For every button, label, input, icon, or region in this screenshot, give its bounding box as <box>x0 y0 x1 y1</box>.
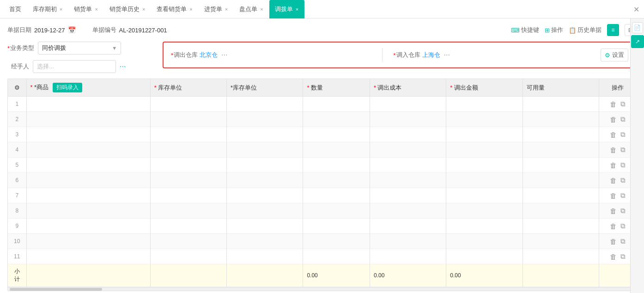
row-qty-1[interactable] <box>303 97 370 112</box>
row-cost-2[interactable] <box>370 112 446 127</box>
row-spec-7[interactable] <box>227 188 303 203</box>
row-unit-7[interactable] <box>150 188 226 203</box>
delete-icon-3[interactable]: 🗑 <box>610 131 617 139</box>
row-cost-4[interactable] <box>370 142 446 158</box>
row-spec-2[interactable] <box>227 112 303 127</box>
delete-icon-4[interactable]: 🗑 <box>610 146 617 154</box>
row-amount-1[interactable] <box>446 97 522 112</box>
row-spec-1[interactable] <box>227 97 303 112</box>
delete-icon-7[interactable]: 🗑 <box>610 192 617 200</box>
tab-transfer-order[interactable]: 调拨单 × <box>269 0 304 18</box>
tab-inventory-init-close[interactable]: × <box>60 6 62 12</box>
row-qty-4[interactable] <box>303 142 370 158</box>
row-product-3[interactable] <box>26 127 150 142</box>
row-cost-1[interactable] <box>370 97 446 112</box>
row-qty-10[interactable] <box>303 234 370 249</box>
scan-button[interactable]: 扫码录入 <box>53 83 82 92</box>
row-unit-10[interactable] <box>150 234 226 249</box>
scroll-thumb[interactable] <box>10 288 102 291</box>
settings-button[interactable]: ⚙ 设置 <box>601 49 628 61</box>
right-expand-button[interactable]: ↗ <box>631 35 644 48</box>
row-unit-1[interactable] <box>150 97 226 112</box>
tab-sales-order-close[interactable]: × <box>95 6 97 12</box>
handler-more-icon[interactable]: ··· <box>120 62 126 71</box>
row-qty-3[interactable] <box>303 127 370 142</box>
row-amount-6[interactable] <box>446 173 522 188</box>
row-cost-3[interactable] <box>370 127 446 142</box>
business-type-dropdown[interactable]: 同价调拨 ▼ <box>38 42 121 55</box>
row-available-2[interactable] <box>522 112 599 127</box>
copy-icon-4[interactable]: ⧉ <box>620 146 626 154</box>
right-notes-button[interactable]: 📄 <box>632 22 643 33</box>
row-amount-9[interactable] <box>446 219 522 234</box>
copy-icon-11[interactable]: ⧉ <box>620 252 626 261</box>
row-amount-7[interactable] <box>446 188 522 203</box>
warehouse-in-more-icon[interactable]: ··· <box>444 51 450 59</box>
row-spec-9[interactable] <box>227 219 303 234</box>
row-cost-11[interactable] <box>370 249 446 264</box>
row-cost-6[interactable] <box>370 173 446 188</box>
view-mode-list-button[interactable]: ≡ <box>607 24 619 36</box>
row-amount-5[interactable] <box>446 158 522 173</box>
row-spec-3[interactable] <box>227 127 303 142</box>
row-unit-6[interactable] <box>150 173 226 188</box>
warehouse-out-value[interactable]: 北京仓 <box>200 51 218 59</box>
copy-icon-6[interactable]: ⧉ <box>620 176 626 184</box>
delete-icon-10[interactable]: 🗑 <box>610 238 617 245</box>
horizontal-scrollbar[interactable] <box>8 287 636 291</box>
delete-icon-9[interactable]: 🗑 <box>610 222 617 230</box>
warehouse-in-value[interactable]: 上海仓 <box>422 51 440 59</box>
row-product-6[interactable] <box>26 173 150 188</box>
tab-inventory-check[interactable]: 盘点单 × <box>234 0 269 18</box>
delete-icon-11[interactable]: 🗑 <box>610 253 617 261</box>
delete-icon-5[interactable]: 🗑 <box>610 161 617 169</box>
row-amount-2[interactable] <box>446 112 522 127</box>
copy-icon-10[interactable]: ⧉ <box>620 237 626 245</box>
row-available-6[interactable] <box>522 173 599 188</box>
calendar-icon[interactable]: 📅 <box>68 26 76 34</box>
row-qty-8[interactable] <box>303 203 370 219</box>
row-qty-11[interactable] <box>303 249 370 264</box>
copy-icon-5[interactable]: ⧉ <box>620 161 626 169</box>
row-available-10[interactable] <box>522 234 599 249</box>
row-available-9[interactable] <box>522 219 599 234</box>
row-cost-7[interactable] <box>370 188 446 203</box>
col-settings-header[interactable]: ⚙ <box>8 79 26 97</box>
row-available-5[interactable] <box>522 158 599 173</box>
delete-icon-6[interactable]: 🗑 <box>610 177 617 184</box>
row-amount-3[interactable] <box>446 127 522 142</box>
row-unit-4[interactable] <box>150 142 226 158</box>
row-available-4[interactable] <box>522 142 599 158</box>
tab-view-sales-close[interactable]: × <box>189 6 192 12</box>
row-amount-4[interactable] <box>446 142 522 158</box>
operations-button[interactable]: ⊞ 操作 <box>545 26 563 34</box>
row-qty-9[interactable] <box>303 219 370 234</box>
row-available-3[interactable] <box>522 127 599 142</box>
copy-icon-8[interactable]: ⧉ <box>620 207 626 215</box>
row-cost-8[interactable] <box>370 203 446 219</box>
row-unit-11[interactable] <box>150 249 226 264</box>
delete-icon-1[interactable]: 🗑 <box>610 100 617 108</box>
tab-inventory-check-close[interactable]: × <box>260 6 263 12</box>
window-close-button[interactable]: ✕ <box>633 5 639 13</box>
row-amount-10[interactable] <box>446 234 522 249</box>
tab-home[interactable]: 首页 <box>4 0 27 18</box>
row-available-1[interactable] <box>522 97 599 112</box>
row-product-2[interactable] <box>26 112 150 127</box>
row-unit-3[interactable] <box>150 127 226 142</box>
row-available-7[interactable] <box>522 188 599 203</box>
row-spec-8[interactable] <box>227 203 303 219</box>
row-spec-6[interactable] <box>227 173 303 188</box>
copy-icon-2[interactable]: ⧉ <box>620 115 626 123</box>
row-unit-5[interactable] <box>150 158 226 173</box>
copy-icon-9[interactable]: ⧉ <box>620 222 626 230</box>
row-spec-11[interactable] <box>227 249 303 264</box>
tab-sales-history[interactable]: 销货单历史 × <box>104 0 151 18</box>
row-qty-5[interactable] <box>303 158 370 173</box>
copy-icon-1[interactable]: ⧉ <box>620 100 626 108</box>
row-product-10[interactable] <box>26 234 150 249</box>
row-spec-10[interactable] <box>227 234 303 249</box>
row-product-11[interactable] <box>26 249 150 264</box>
row-cost-9[interactable] <box>370 219 446 234</box>
row-qty-2[interactable] <box>303 112 370 127</box>
